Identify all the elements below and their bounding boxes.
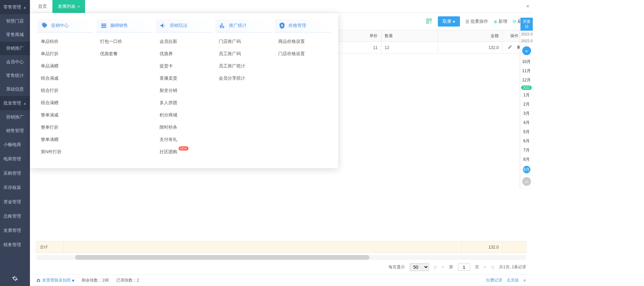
th-amt: 金额 xyxy=(438,30,502,42)
mega-item[interactable]: 支付有礼 xyxy=(156,133,212,146)
prev-page-button[interactable]: < xyxy=(442,265,444,270)
sidebar-item-ws-marketing[interactable]: 营销推广 xyxy=(0,110,30,124)
next-page-button[interactable]: > xyxy=(484,265,486,270)
mega-item[interactable]: 限时秒杀 xyxy=(156,121,212,133)
mega-item[interactable]: 打包一口价 xyxy=(97,35,152,48)
sidebar-group-retail[interactable]: 零售管理▲ xyxy=(0,0,30,14)
mega-item[interactable]: 优惠套餐 xyxy=(97,48,152,60)
sidebar-item-ws-sales[interactable]: 销售管理 xyxy=(0,124,30,138)
chevron-up-icon: ▲ xyxy=(23,101,27,105)
mega-item[interactable]: 整单满减 xyxy=(37,109,93,121)
bundle-icon xyxy=(100,22,108,29)
tab-invoice-list[interactable]: 发票列表× xyxy=(52,0,85,13)
mega-item[interactable]: 优惠券 xyxy=(156,48,212,60)
mega-item[interactable]: 单品满赠 xyxy=(37,60,93,72)
sidebar-item-retail-stats[interactable]: 零售统计 xyxy=(0,69,30,82)
sidebar-group-wholesale[interactable]: 批发管理▲ xyxy=(0,96,30,110)
month-item[interactable]: 10月 xyxy=(521,57,532,66)
sidebar-item-ledger[interactable]: 总账管理 xyxy=(0,209,30,223)
month-item[interactable]: 4月 xyxy=(521,118,532,127)
month-item[interactable]: 3月 xyxy=(521,109,532,118)
sidebar-item-member[interactable]: 会员中心 xyxy=(0,55,30,69)
fee-log-link[interactable]: 扣费记录 xyxy=(486,277,502,283)
sidebar-item-invoice[interactable]: 发票管理 xyxy=(0,223,30,238)
mega-item[interactable]: 组合打折 xyxy=(37,84,93,97)
first-page-button[interactable]: |< xyxy=(434,265,437,270)
month-item[interactable]: 8月 xyxy=(521,155,532,164)
fetch-invoice-button[interactable]: 取票▾ xyxy=(438,16,460,27)
sidebar-item-ecom[interactable]: 电商管理 xyxy=(0,152,30,166)
close-icon[interactable]: ✕ xyxy=(523,278,526,283)
tab-bar: 首页 发票列表× ✕ xyxy=(30,0,532,13)
sidebar-item-inventory[interactable]: 库存核算 xyxy=(0,180,30,195)
month-item[interactable]: 12月 xyxy=(521,76,532,85)
mega-item[interactable]: 商品价格设置 xyxy=(275,35,331,48)
batch-ops-button[interactable]: ☰批量操作 xyxy=(465,18,488,25)
month-item[interactable]: 5月 xyxy=(521,127,532,137)
mega-item[interactable]: 会员分享统计 xyxy=(215,72,271,84)
mega-item[interactable]: 第N件打折 xyxy=(37,146,93,158)
per-page-select[interactable]: 50 xyxy=(410,263,429,271)
last-page-button[interactable]: >| xyxy=(491,265,494,270)
mega-head-stats: 推广统计 xyxy=(215,19,271,33)
mega-item[interactable]: 单品打折 xyxy=(37,48,93,60)
date-cut[interactable]: 2022.0 xyxy=(521,31,532,37)
month-item[interactable]: 7月 xyxy=(521,146,532,155)
mega-item[interactable]: 整单满赠 xyxy=(37,133,93,146)
remain-count: 剩余张数：198 xyxy=(82,277,109,283)
mega-item[interactable]: 直播卖货 xyxy=(156,72,212,84)
page-prefix: 第 xyxy=(449,264,453,270)
sidebar-item-retail-mall[interactable]: 零售商城 xyxy=(0,28,30,42)
mega-item[interactable]: 员工推广码 xyxy=(215,48,271,60)
mega-item[interactable]: 裂变分销 xyxy=(156,84,212,97)
mega-item[interactable]: 组合满减 xyxy=(37,72,93,84)
scroll-down-button[interactable]: » xyxy=(522,177,531,186)
mega-item[interactable]: 社区团购NEW xyxy=(156,146,212,158)
sidebar-item-purchase[interactable]: 采购管理 xyxy=(0,166,30,180)
month-item[interactable]: 1月 xyxy=(521,91,532,100)
sidebar-item-smart-store[interactable]: 智慧门店 xyxy=(0,14,30,28)
month-item-active[interactable]: 9月 xyxy=(521,164,532,175)
sidebar-item-finance[interactable]: 资金管理 xyxy=(0,195,30,209)
mega-item[interactable]: 门店价格设置 xyxy=(275,48,331,60)
tab-home[interactable]: 首页 xyxy=(33,0,52,13)
page-input[interactable] xyxy=(458,264,470,271)
invoice-verify-link[interactable]: 发票查验及拍照 xyxy=(36,277,74,283)
mega-item[interactable]: 积分商城 xyxy=(156,109,212,121)
qr-scan-icon[interactable] xyxy=(426,18,432,26)
plus-icon: ⊕ xyxy=(494,19,497,24)
date-cut[interactable]: 2022.0 xyxy=(521,37,532,44)
mega-head-play: 营销玩法 xyxy=(156,19,212,33)
mega-item[interactable]: 提货卡 xyxy=(156,60,212,72)
mega-item[interactable]: 组合满赠 xyxy=(37,97,93,109)
horizontal-scrollbar[interactable] xyxy=(36,255,526,260)
pagination: 每页显示 50 |< < 第 页 > >| 共1页, 1条记录 xyxy=(36,260,526,274)
open-date-button[interactable]: 开票日 xyxy=(521,18,533,31)
mega-head-price: 价格管理 xyxy=(275,19,331,33)
mega-item[interactable]: 多人拼团 xyxy=(156,97,212,109)
close-icon[interactable]: × xyxy=(78,4,80,9)
month-item[interactable]: 2月 xyxy=(521,100,532,109)
mega-item[interactable]: 门店推广码 xyxy=(215,35,271,48)
topup-link[interactable]: 去充值 xyxy=(507,277,519,283)
sidebar-item-marketing[interactable]: 营销推广 xyxy=(0,42,30,55)
sidebar-item-tax[interactable]: 税务管理 xyxy=(0,238,30,252)
mega-item[interactable]: 整单打折 xyxy=(37,121,93,133)
sidebar-item-basic-info[interactable]: 基础信息 xyxy=(0,82,30,96)
mega-item[interactable]: 会员拉新 xyxy=(156,35,212,48)
close-all-tabs-icon[interactable]: ✕ xyxy=(526,4,530,9)
price-icon xyxy=(278,22,286,29)
th-qty: 数量 xyxy=(381,30,438,42)
mega-head-bundle: 捆绑销售 xyxy=(97,19,152,33)
mega-item[interactable]: 单品特价 xyxy=(37,35,93,48)
month-item[interactable]: 11月 xyxy=(521,66,532,76)
sidebar-item-xc-ecom[interactable]: 小畅电商 xyxy=(0,138,30,152)
add-button[interactable]: ⊕新增 xyxy=(494,18,507,25)
mega-item[interactable]: 员工推广统计 xyxy=(215,60,271,72)
settings-gear-icon[interactable] xyxy=(0,272,30,286)
edit-icon[interactable] xyxy=(508,46,512,50)
chevron-up-icon: ▲ xyxy=(23,5,27,9)
tag-icon xyxy=(41,22,48,29)
month-item[interactable]: 6月 xyxy=(521,137,532,146)
scroll-up-button[interactable]: « xyxy=(522,46,531,55)
